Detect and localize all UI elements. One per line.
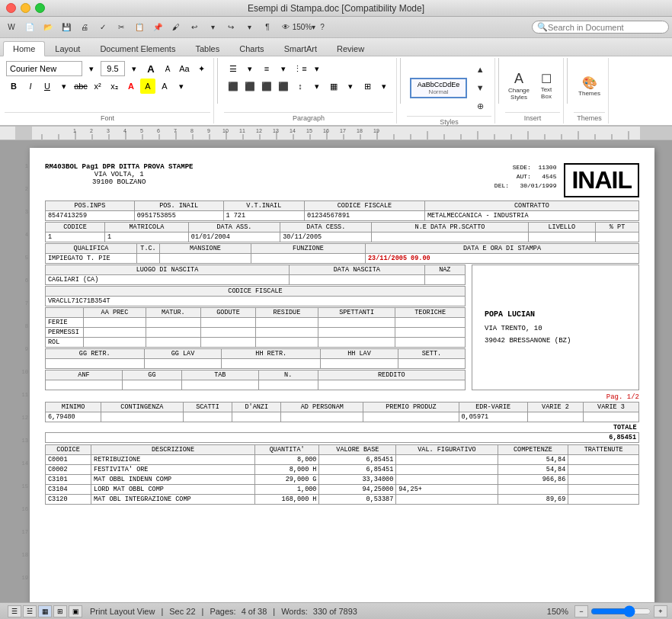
new-btn[interactable]: 📄 xyxy=(21,20,38,35)
view-btn-4[interactable]: ⊞ xyxy=(53,605,67,617)
tab-smartart[interactable]: SmartArt xyxy=(274,41,327,56)
help-btn[interactable]: ? xyxy=(314,20,331,35)
italic-btn[interactable]: I xyxy=(23,79,38,94)
align-left-btn[interactable]: ⬛ xyxy=(226,79,241,94)
sep3 xyxy=(498,58,499,104)
svg-text:6: 6 xyxy=(157,128,160,133)
themes-btn[interactable]: 🎨 Themes xyxy=(578,74,602,98)
shading-btn[interactable]: ▦ xyxy=(326,79,341,94)
cut-btn[interactable]: ✂ xyxy=(113,20,130,35)
view-btn-1[interactable]: ☰ xyxy=(8,605,21,617)
style-expand[interactable]: ⊕ xyxy=(472,98,488,114)
font-color-btn[interactable]: A xyxy=(123,79,139,94)
zoom-slider[interactable] xyxy=(590,607,651,616)
change-styles-btn[interactable]: A Change Styles xyxy=(507,74,531,98)
numbering-dropdown[interactable]: ▾ xyxy=(276,61,291,76)
font-group: ▾ ▾ A A Aa ✦ B I U ▾ abc x² x₂ A A A ▾ xyxy=(2,58,214,123)
shading-dropdown[interactable]: ▾ xyxy=(343,79,358,94)
tab-review[interactable]: Review xyxy=(327,41,374,56)
svg-text:3: 3 xyxy=(107,128,110,133)
borders-dropdown[interactable]: ▾ xyxy=(376,79,392,94)
bullets-dropdown[interactable]: ▾ xyxy=(242,61,258,76)
word-menu-btn[interactable]: W xyxy=(3,20,20,35)
page-number: Pag. 1/2 xyxy=(45,393,639,401)
pages-label: Pages: xyxy=(210,607,235,616)
minimize-button[interactable] xyxy=(21,3,30,13)
style-arrow-up[interactable]: ▲ xyxy=(472,61,488,78)
subscript-btn[interactable]: x₂ xyxy=(107,79,122,94)
print-btn[interactable]: 🖨 xyxy=(76,20,93,35)
underline-dropdown[interactable]: ▾ xyxy=(56,79,72,94)
line-spacing-dropdown[interactable]: ▾ xyxy=(309,79,325,94)
view-btn[interactable]: 👁 xyxy=(277,20,294,35)
document-area[interactable]: 1 2 3 4 5 6 7 8 9 10 11 12 13 14 15 16 1… xyxy=(0,140,672,602)
highlight-btn[interactable]: A xyxy=(140,79,155,94)
clear-format-btn[interactable]: ✦ xyxy=(194,61,209,76)
zoom-out-btn[interactable]: − xyxy=(574,605,588,617)
multilevel-btn[interactable]: ⋮≡ xyxy=(293,61,308,76)
svg-text:2: 2 xyxy=(90,128,93,133)
font-group-label: Font xyxy=(5,112,210,122)
font-name-dropdown[interactable]: ▾ xyxy=(84,61,99,76)
multilevel-dropdown[interactable]: ▾ xyxy=(309,61,325,76)
font-name-input[interactable] xyxy=(6,61,82,76)
redo-btn[interactable]: ↪ xyxy=(222,20,239,35)
logo: INAIL xyxy=(564,163,639,197)
bold-btn[interactable]: B xyxy=(6,79,21,94)
undo-dropdown-btn[interactable]: ▾ xyxy=(204,20,221,35)
two-col-section: LUOGO DI NASCITA DATA NASCITA NAZ CAGLIA… xyxy=(45,265,639,390)
tab-home[interactable]: Home xyxy=(3,41,45,56)
style-arrow-down[interactable]: ▼ xyxy=(472,79,488,96)
undo-btn[interactable]: ↩ xyxy=(186,20,203,35)
line-spacing-btn[interactable]: ↕ xyxy=(293,79,308,94)
maximize-button[interactable] xyxy=(35,3,45,13)
font-size-input[interactable] xyxy=(101,61,125,76)
superscript-btn[interactable]: x² xyxy=(90,79,105,94)
format-painter-btn[interactable]: 🖌 xyxy=(168,20,184,35)
font-size-dropdown[interactable]: ▾ xyxy=(126,61,142,76)
copy-btn[interactable]: 📋 xyxy=(131,20,148,35)
bullets-btn[interactable]: ☰ xyxy=(226,61,241,76)
pilcrow-btn[interactable]: ¶ xyxy=(259,20,276,35)
section-label: Sec 22 xyxy=(169,607,195,616)
font-grow-btn[interactable]: A xyxy=(143,61,158,76)
numbering-btn[interactable]: ≡ xyxy=(259,61,274,76)
left-margin: 1 2 3 4 5 6 7 8 9 10 11 12 13 14 15 16 1… xyxy=(18,148,30,595)
tab-layout[interactable]: Layout xyxy=(45,41,90,56)
case-btn[interactable]: Aa xyxy=(177,61,192,76)
zoom-dropdown-btn[interactable]: 150%▾ xyxy=(296,20,312,35)
paragraph-group-label: Paragraph xyxy=(224,112,393,122)
underline-btn[interactable]: U xyxy=(40,79,55,94)
text-effect-dropdown[interactable]: ▾ xyxy=(174,79,189,94)
font-shrink-btn[interactable]: A xyxy=(160,61,175,76)
spell-btn[interactable]: ✓ xyxy=(94,20,111,35)
align-center-btn[interactable]: ⬛ xyxy=(242,79,258,94)
redo-dropdown-btn[interactable]: ▾ xyxy=(241,20,258,35)
tab-tables[interactable]: Tables xyxy=(185,41,229,56)
tab-charts[interactable]: Charts xyxy=(229,41,274,56)
header-addr1: VIA VOLTA, 1 xyxy=(45,171,193,178)
paste-btn[interactable]: 📌 xyxy=(149,20,166,35)
svg-text:15: 15 xyxy=(306,128,312,133)
search-input[interactable] xyxy=(548,23,654,32)
normal-style-btn[interactable]: AaBbCcDdEe Normal xyxy=(410,78,468,98)
borders-btn[interactable]: ⊞ xyxy=(360,79,375,94)
close-button[interactable] xyxy=(6,3,16,13)
view-btn-2[interactable]: ☱ xyxy=(23,605,37,617)
align-right-btn[interactable]: ⬛ xyxy=(259,79,274,94)
zoom-slider-area: − + xyxy=(574,605,667,617)
svg-text:18: 18 xyxy=(357,128,363,133)
svg-text:9: 9 xyxy=(207,128,210,133)
search-box[interactable]: 🔍 xyxy=(532,21,669,34)
save-btn[interactable]: 💾 xyxy=(58,20,75,35)
view-btn-5[interactable]: ▣ xyxy=(69,605,82,617)
open-btn[interactable]: 📂 xyxy=(40,20,56,35)
view-btn-3[interactable]: ▦ xyxy=(38,605,52,617)
strikethrough-btn[interactable]: abc xyxy=(73,79,88,94)
text-box-btn[interactable]: ☐ Text Box xyxy=(534,74,558,98)
window-controls[interactable] xyxy=(6,3,45,13)
text-effect-btn[interactable]: A xyxy=(157,79,172,94)
zoom-in-btn[interactable]: + xyxy=(654,605,667,617)
tab-document-elements[interactable]: Document Elements xyxy=(90,41,185,56)
align-justify-btn[interactable]: ⬛ xyxy=(276,79,291,94)
